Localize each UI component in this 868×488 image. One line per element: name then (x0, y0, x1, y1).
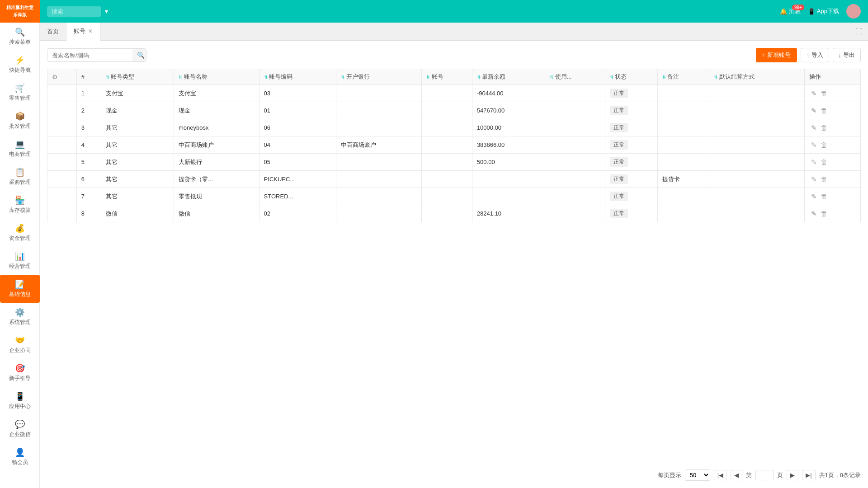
sidebar-item-finance[interactable]: 💰资金管理 (0, 219, 40, 247)
sidebar-item-enterprise-wechat[interactable]: 💬企业微信 (0, 415, 40, 443)
row-cell-2-6 (422, 119, 472, 136)
prev-page-button[interactable]: ◀ (731, 470, 742, 480)
row-cell-3-10 (657, 136, 709, 154)
last-page-button[interactable]: ▶| (802, 470, 815, 480)
page-number-input[interactable]: 1 (755, 470, 774, 480)
sidebar-item-basic-info[interactable]: 📝基础信息 (0, 275, 40, 303)
topbar-search-input[interactable] (47, 6, 101, 17)
sidebar-icon-app-center: 📱 (15, 391, 25, 401)
edit-icon-4[interactable]: ✎ (811, 158, 817, 166)
status-badge-1: 正常 (610, 106, 628, 115)
row-cell-1-7: 547670.00 (472, 102, 545, 119)
sidebar-item-ecommerce[interactable]: 💻电商管理 (0, 135, 40, 163)
row-cell-5-1: 6 (76, 171, 101, 188)
col-header-code[interactable]: ⇅ 账号编码 (259, 69, 336, 85)
row-actions-6[interactable]: ✎🗑 (805, 188, 861, 205)
row-actions-3[interactable]: ✎🗑 (805, 136, 861, 154)
col-header-bank[interactable]: ⇅ 开户银行 (336, 69, 422, 85)
row-cell-2-2: 其它 (101, 119, 174, 136)
app-label: App下载 (817, 7, 839, 15)
delete-icon-6[interactable]: 🗑 (821, 192, 827, 200)
edit-icon-2[interactable]: ✎ (811, 124, 817, 131)
col-header-remark[interactable]: ⇅ 备注 (657, 69, 709, 85)
sidebar-item-newbie[interactable]: 🎯新手引导 (0, 359, 40, 387)
table-settings-icon[interactable]: ⚙ (52, 73, 58, 80)
logo-line2: 乐库版 (13, 12, 27, 18)
row-cell-7-10 (657, 205, 709, 222)
row-actions-2[interactable]: ✎🗑 (805, 119, 861, 136)
table-search-button[interactable]: 🔍 (132, 49, 146, 61)
edit-icon-6[interactable]: ✎ (811, 192, 817, 200)
row-cell-6-6 (422, 188, 472, 205)
row-cell-2-5 (336, 119, 422, 136)
per-page-select[interactable]: 50 100 200 (685, 469, 710, 481)
tab-account[interactable]: 账号✕ (66, 23, 100, 41)
export-button[interactable]: ↓ 导出 (833, 48, 861, 62)
msg-button[interactable]: 🔔 消息 99+ (780, 7, 801, 15)
row-actions-4[interactable]: ✎🗑 (805, 154, 861, 171)
sidebar-item-inventory[interactable]: 🏪库存核算 (0, 191, 40, 219)
sidebar-item-retail[interactable]: 🛒零售管理 (0, 79, 40, 107)
sidebar-item-system[interactable]: ⚙️系统管理 (0, 303, 40, 331)
row-actions-0[interactable]: ✎🗑 (805, 85, 861, 102)
sidebar-item-member[interactable]: 👤畅会员 (0, 443, 40, 471)
row-cell-1-1: 2 (76, 102, 101, 119)
row-cell-4-2: 其它 (101, 154, 174, 171)
edit-icon-1[interactable]: ✎ (811, 107, 817, 114)
edit-icon-3[interactable]: ✎ (811, 141, 817, 149)
sidebar-item-quick-nav[interactable]: ⚡快捷导航 (0, 51, 40, 79)
msg-badge: 99+ (792, 5, 804, 10)
delete-icon-0[interactable]: 🗑 (821, 89, 827, 97)
row-cell-4-4: 05 (259, 154, 336, 171)
row-cell-3-3: 中百商场账户 (174, 136, 259, 154)
edit-icon-5[interactable]: ✎ (811, 175, 817, 183)
add-account-button[interactable]: + 新增账号 (756, 48, 797, 62)
import-button[interactable]: ↑ 导入 (801, 48, 829, 62)
sidebar-item-app-center[interactable]: 📱应用中心 (0, 387, 40, 415)
delete-icon-2[interactable]: 🗑 (821, 124, 827, 131)
sidebar-item-search[interactable]: 🔍搜索菜单 (0, 23, 40, 51)
row-cell-2-10 (657, 119, 709, 136)
tab-close-account[interactable]: ✕ (88, 28, 93, 34)
col-header-account[interactable]: ⇅ 账号 (422, 69, 472, 85)
delete-icon-5[interactable]: 🗑 (821, 175, 827, 183)
col-header-balance[interactable]: ⇅ 最新余额 (472, 69, 545, 85)
first-page-button[interactable]: |◀ (714, 470, 727, 480)
sidebar-label-operation: 经营管理 (9, 263, 31, 270)
col-header-default-settle[interactable]: ⇅ 默认结算方式 (709, 69, 805, 85)
row-settings-6 (47, 188, 77, 205)
next-page-button[interactable]: ▶ (787, 470, 798, 480)
sidebar-item-wholesale[interactable]: 📦批发管理 (0, 107, 40, 135)
sidebar-item-enterprise-agree[interactable]: 🤝企业协同 (0, 331, 40, 359)
col-header-usage[interactable]: ⇅ 使用... (545, 69, 605, 85)
edit-icon-0[interactable]: ✎ (811, 89, 817, 97)
topbar-dropdown-icon[interactable]: ▾ (105, 8, 108, 15)
delete-icon-1[interactable]: 🗑 (821, 107, 827, 114)
app-download-button[interactable]: 📱 App下载 (808, 7, 839, 15)
table-search-input[interactable] (47, 49, 132, 61)
col-header-type[interactable]: ⇅ 账号类型 (101, 69, 174, 85)
sidebar-label-enterprise-wechat: 企业微信 (9, 431, 31, 438)
col-header-status[interactable]: ⇅ 状态 (605, 69, 657, 85)
row-status-0: 正常 (605, 85, 657, 102)
tabbar: 首页账号✕ ⛶ (40, 23, 868, 41)
tab-expand-button[interactable]: ⛶ (850, 23, 868, 41)
row-cell-0-6 (422, 85, 472, 102)
row-actions-1[interactable]: ✎🗑 (805, 102, 861, 119)
sidebar-item-operation[interactable]: 📊经营管理 (0, 247, 40, 275)
delete-icon-3[interactable]: 🗑 (821, 141, 827, 149)
row-actions-7[interactable]: ✎🗑 (805, 205, 861, 222)
user-avatar[interactable] (846, 4, 861, 19)
col-header-name[interactable]: ⇅ 账号名称 (174, 69, 259, 85)
sidebar-item-purchase[interactable]: 📋采购管理 (0, 163, 40, 191)
tab-home[interactable]: 首页 (40, 23, 66, 41)
delete-icon-4[interactable]: 🗑 (821, 158, 827, 166)
row-actions-5[interactable]: ✎🗑 (805, 171, 861, 188)
row-cell-0-10 (657, 85, 709, 102)
row-cell-5-4: PICKUPC... (259, 171, 336, 188)
row-cell-2-11 (709, 119, 805, 136)
row-cell-4-10 (657, 154, 709, 171)
row-cell-3-11 (709, 136, 805, 154)
delete-icon-7[interactable]: 🗑 (821, 210, 827, 217)
edit-icon-7[interactable]: ✎ (811, 210, 817, 217)
